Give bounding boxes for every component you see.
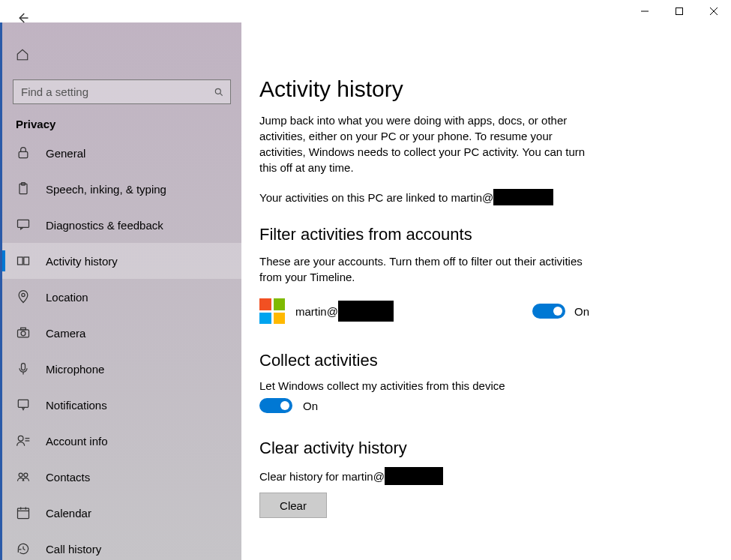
- sidebar-item-label: Calendar: [46, 507, 91, 520]
- svg-point-24: [24, 473, 28, 477]
- camera-icon: [16, 325, 31, 340]
- microphone-icon: [16, 361, 31, 376]
- sidebar: Privacy General Speech, inking, & typing…: [0, 22, 241, 560]
- svg-point-15: [21, 331, 25, 336]
- svg-rect-1: [676, 8, 683, 15]
- sidebar-item-general[interactable]: General: [2, 135, 241, 171]
- svg-rect-12: [24, 257, 29, 265]
- clear-button-label: Clear: [280, 499, 307, 512]
- sidebar-item-contacts[interactable]: Contacts: [2, 459, 241, 495]
- intro-text: Jump back into what you were doing with …: [259, 112, 589, 175]
- svg-rect-19: [18, 400, 28, 407]
- sidebar-item-label: Account info: [46, 435, 108, 448]
- linked-prefix: Your activities on this PC are linked to…: [259, 191, 493, 204]
- svg-rect-7: [19, 151, 28, 157]
- svg-line-6: [220, 93, 222, 95]
- collect-activities-toggle[interactable]: [259, 398, 292, 413]
- svg-point-23: [19, 473, 22, 477]
- sidebar-item-label: Location: [46, 291, 88, 304]
- clipboard-icon: [16, 181, 31, 196]
- lock-icon: [16, 145, 31, 160]
- filter-heading: Filter activities from accounts: [259, 225, 709, 244]
- search-input[interactable]: [13, 79, 231, 104]
- sidebar-item-speech[interactable]: Speech, inking, & typing: [2, 171, 241, 207]
- sidebar-item-diagnostics[interactable]: Diagnostics & feedback: [2, 207, 241, 243]
- redacted-block: [493, 189, 553, 205]
- home-button[interactable]: [2, 39, 241, 70]
- sidebar-item-location[interactable]: Location: [2, 279, 241, 315]
- clear-prefix: Clear history for martin@: [259, 470, 385, 483]
- svg-point-5: [215, 88, 220, 94]
- account-email: martin@: [295, 301, 394, 322]
- calendar-icon: [16, 505, 31, 520]
- redacted-block: [338, 301, 394, 322]
- clear-history-text: Clear history for martin@: [259, 467, 709, 485]
- collect-heading: Collect activities: [259, 351, 709, 370]
- svg-rect-17: [22, 364, 25, 370]
- search-icon: [214, 87, 224, 97]
- toggle-state-label: On: [303, 400, 318, 412]
- sidebar-item-label: Camera: [46, 327, 85, 340]
- clear-heading: Clear activity history: [259, 439, 709, 458]
- clear-button[interactable]: Clear: [259, 493, 327, 518]
- sidebar-item-microphone[interactable]: Microphone: [2, 351, 241, 387]
- sidebar-item-calendar[interactable]: Calendar: [2, 495, 241, 531]
- account-icon: [16, 433, 31, 448]
- svg-rect-16: [21, 328, 26, 330]
- sidebar-item-label: Call history: [46, 543, 101, 556]
- account-filter-toggle[interactable]: [532, 304, 565, 319]
- close-button[interactable]: [697, 0, 731, 22]
- collect-text: Let Windows collect my activities from t…: [259, 379, 709, 392]
- sidebar-item-label: Activity history: [46, 255, 118, 268]
- sidebar-item-label: Contacts: [46, 471, 90, 484]
- sidebar-item-label: Speech, inking, & typing: [46, 183, 166, 196]
- svg-point-20: [18, 436, 23, 441]
- svg-point-13: [22, 293, 25, 296]
- minimize-button[interactable]: [628, 0, 662, 22]
- back-button[interactable]: [2, 4, 29, 31]
- sidebar-item-activity-history[interactable]: Activity history: [2, 243, 241, 279]
- main-content: Activity history Jump back into what you…: [241, 22, 731, 560]
- account-row: martin@ On: [259, 298, 589, 324]
- linked-account-text: Your activities on this PC are linked to…: [259, 189, 709, 205]
- search-field[interactable]: [21, 85, 214, 98]
- activity-icon: [16, 253, 31, 268]
- sidebar-item-label: Notifications: [46, 399, 107, 412]
- svg-rect-11: [18, 257, 23, 265]
- redacted-block: [385, 467, 443, 485]
- email-prefix: martin@: [295, 305, 338, 318]
- sidebar-item-call-history[interactable]: Call history: [2, 531, 241, 560]
- filter-intro: These are your accounts. Turn them off t…: [259, 253, 589, 285]
- svg-rect-25: [18, 508, 29, 518]
- toggle-state-label: On: [574, 305, 589, 318]
- sidebar-item-label: Diagnostics & feedback: [46, 219, 163, 232]
- svg-rect-10: [18, 220, 29, 227]
- titlebar: [0, 0, 731, 22]
- maximize-button[interactable]: [662, 0, 697, 22]
- sidebar-item-camera[interactable]: Camera: [2, 315, 241, 351]
- history-icon: [16, 541, 31, 556]
- sidebar-item-account-info[interactable]: Account info: [2, 423, 241, 459]
- sidebar-item-label: Microphone: [46, 363, 104, 376]
- page-title: Activity history: [259, 76, 709, 102]
- sidebar-item-notifications[interactable]: Notifications: [2, 387, 241, 423]
- contacts-icon: [16, 469, 31, 484]
- feedback-icon: [16, 217, 31, 232]
- notification-icon: [16, 397, 31, 412]
- microsoft-logo-icon: [259, 298, 285, 324]
- sidebar-item-label: General: [46, 147, 85, 160]
- sidebar-section-label: Privacy: [2, 104, 241, 135]
- location-icon: [16, 289, 31, 304]
